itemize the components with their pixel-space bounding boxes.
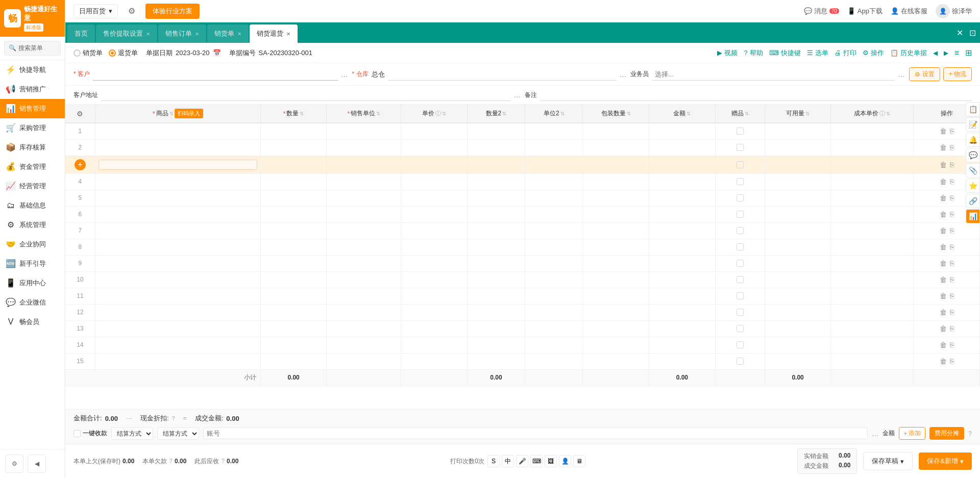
topbar-gear-btn[interactable]: ⚙	[124, 4, 139, 19]
message-btn[interactable]: 💬 消息 70	[804, 7, 839, 16]
gift-checkbox-2[interactable]	[737, 144, 744, 151]
gift-checkbox-5[interactable]	[737, 194, 744, 202]
row-unit2-3[interactable]	[525, 156, 583, 173]
tool-icon-3[interactable]: 🎤	[516, 455, 528, 467]
tab-price-setting-close[interactable]: ✕	[146, 31, 150, 37]
gift-checkbox-3[interactable]	[737, 161, 744, 168]
operation-btn[interactable]: ⚙ 操作	[863, 48, 884, 58]
product-input-3[interactable]	[99, 160, 257, 170]
row-delete-11[interactable]: 🗑	[940, 292, 947, 300]
sidebar-item-purchase[interactable]: 🛒 采购管理	[0, 118, 65, 138]
row-delete-4[interactable]: 🗑	[940, 178, 947, 186]
sidebar-item-finance[interactable]: 💰 资金管理	[0, 157, 65, 177]
fee-split-btn[interactable]: 费用分摊	[929, 427, 964, 440]
scan-input-btn[interactable]: 扫码录入	[175, 109, 203, 118]
gift-checkbox-12[interactable]	[737, 309, 744, 316]
user-profile[interactable]: 👤 徐泽华	[936, 4, 972, 18]
print-btn[interactable]: 🖨 打印	[835, 48, 856, 58]
logistics-btn[interactable]: + 物流	[943, 67, 972, 81]
tab-home[interactable]: 首页	[67, 24, 95, 43]
gift-checkbox-14[interactable]	[737, 341, 744, 348]
address-input[interactable]	[101, 89, 511, 101]
search-menu-button[interactable]: 🔍 搜索菜单	[4, 41, 61, 56]
history-btn[interactable]: 📋 历史单据	[890, 48, 927, 58]
row-available-2[interactable]	[765, 139, 831, 156]
settings-bottom-btn[interactable]: ⚙	[5, 455, 23, 473]
gift-checkbox-6[interactable]	[737, 211, 744, 218]
row-copy-1[interactable]: ⎘	[950, 127, 954, 135]
right-btn-link[interactable]: 🔗	[966, 194, 980, 208]
bill-debt-help-icon[interactable]: ?	[169, 458, 173, 465]
tool-icon-4[interactable]: ⌨	[530, 455, 543, 467]
tool-icon-6[interactable]: 👤	[559, 455, 571, 467]
help-btn[interactable]: ? 帮助	[744, 48, 763, 58]
row-qty-2[interactable]	[260, 139, 327, 156]
gift-checkbox-4[interactable]	[737, 178, 744, 185]
tab-sales-order[interactable]: 销售订单 ✕	[158, 24, 206, 43]
row-amount-3[interactable]	[649, 156, 716, 173]
row-product-2[interactable]	[95, 139, 260, 156]
row-unit2-1[interactable]	[525, 123, 583, 139]
sidebar-item-inventory[interactable]: 📦 库存核算	[0, 138, 65, 157]
gift-checkbox-15[interactable]	[737, 358, 744, 365]
sidebar-item-newguide[interactable]: 🆕 新手引导	[0, 254, 65, 273]
right-btn-star[interactable]: ⭐	[966, 179, 980, 193]
warehouse-dots-btn[interactable]: ...	[620, 70, 626, 79]
row-cost-price-1[interactable]	[831, 123, 914, 139]
sidebar-item-quicknav[interactable]: ⚡ 快捷导航	[0, 60, 65, 80]
radio-sales-bill[interactable]: 销货单	[74, 48, 103, 58]
gift-checkbox-7[interactable]	[737, 227, 744, 234]
row-qty-1[interactable]	[260, 123, 327, 139]
add-payment-btn[interactable]: + 添加	[899, 427, 925, 440]
gift-checkbox-13[interactable]	[737, 325, 744, 332]
sidebar-item-wechat[interactable]: 💬 企业微信	[0, 293, 65, 312]
tool-icon-1[interactable]: S	[487, 455, 500, 467]
qty-sort-icon[interactable]: ⇅	[300, 111, 304, 116]
should-receive-help-icon[interactable]: ?	[221, 458, 225, 465]
tab-sales-bill-close[interactable]: ✕	[237, 31, 241, 37]
th-gear[interactable]: ⚙	[65, 105, 95, 123]
row-delete-13[interactable]: 🗑	[940, 324, 947, 333]
row-copy-5[interactable]: ⎘	[950, 194, 954, 202]
row-sales-unit-1[interactable]	[327, 123, 401, 139]
tab-sales-return[interactable]: 销货退货 ✕	[250, 24, 298, 43]
row-pkg-qty-2[interactable]	[583, 139, 649, 156]
tool-icon-2[interactable]: 中	[502, 455, 514, 467]
one-click-pay-checkbox[interactable]: 一键收款	[74, 429, 107, 438]
row-copy-2[interactable]: ⎘	[950, 143, 954, 152]
nav-prev-btn[interactable]: ◀	[933, 49, 938, 57]
customer-input[interactable]	[93, 68, 338, 81]
remark-input[interactable]	[540, 89, 972, 101]
sidebar-item-appcenter[interactable]: 📱 应用中心	[0, 273, 65, 293]
app-download-btn[interactable]: 📱 App下载	[847, 7, 883, 16]
table-gear-icon[interactable]: ⚙	[77, 110, 83, 118]
row-sales-unit-3[interactable]	[327, 156, 401, 173]
tool-icon-7[interactable]: 🖥	[573, 455, 585, 467]
row-delete-15[interactable]: 🗑	[940, 357, 947, 365]
tab-price-setting[interactable]: 售价提取设置 ✕	[96, 24, 157, 43]
row-unit2-2[interactable]	[525, 139, 583, 156]
row-product-1[interactable]	[95, 123, 260, 139]
row-delete-8[interactable]: 🗑	[940, 243, 947, 251]
account-dots-btn[interactable]: ...	[872, 429, 878, 438]
tabbar-close-btn[interactable]: ✕	[954, 26, 965, 40]
row-available-1[interactable]	[765, 123, 831, 139]
row-copy-13[interactable]: ⎘	[950, 324, 954, 333]
save-new-btn[interactable]: 保存&新增 ▾	[919, 452, 972, 470]
row-cost-price-3[interactable]	[831, 156, 914, 173]
qty2-sort-icon[interactable]: ⇅	[502, 111, 506, 116]
row-copy-9[interactable]: ⎘	[950, 259, 954, 267]
save-draft-btn[interactable]: 保存草稿 ▾	[863, 452, 913, 470]
radio-return-bill[interactable]: 退货单	[109, 48, 138, 58]
right-btn-note[interactable]: 📝	[966, 117, 980, 132]
date-value[interactable]: 2023-03-20	[176, 49, 210, 57]
collapse-bottom-btn[interactable]: ◀	[28, 455, 46, 473]
pkg-qty-sort-icon[interactable]: ⇅	[627, 111, 631, 116]
right-btn-remind[interactable]: 🔔	[966, 133, 980, 147]
row-product-5[interactable]	[95, 190, 260, 206]
sidebar-item-base[interactable]: 🗂 基础信息	[0, 196, 65, 215]
right-btn-attach[interactable]: 📎	[966, 163, 980, 178]
discount-help-icon[interactable]: ?	[172, 415, 175, 421]
trial-btn[interactable]: 体验行业方案	[145, 4, 200, 19]
row-unit-price-2[interactable]	[401, 139, 468, 156]
